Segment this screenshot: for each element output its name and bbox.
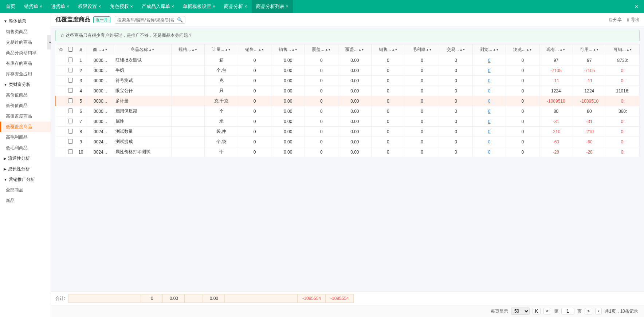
row-browse-a[interactable]: 0 xyxy=(472,86,506,96)
total-cells: 0 0.00 0.00 -1095554 -1095554 xyxy=(68,294,353,303)
close-button[interactable]: × xyxy=(632,2,641,11)
nav-permissions[interactable]: 权限设置 × xyxy=(74,0,105,13)
row-browse-a[interactable]: 0 xyxy=(472,55,506,66)
nav-analysis[interactable]: 商品分析 × xyxy=(220,0,251,13)
row-sales-c: 0 xyxy=(372,76,405,86)
row-browse-a[interactable]: 0 xyxy=(472,76,506,86)
first-page-button[interactable]: K xyxy=(533,308,541,314)
nav-product-inbound[interactable]: 产成品入库单 × xyxy=(137,0,178,13)
sidebar-item-high-margin[interactable]: 高毛利商品 xyxy=(0,132,51,143)
row-select-checkbox[interactable] xyxy=(68,108,73,113)
row-browse-a[interactable]: 0 xyxy=(472,116,506,127)
col-browse-a-header[interactable]: 浏览...▲▼ xyxy=(472,44,506,55)
col-settings[interactable]: ⚙ xyxy=(56,44,66,55)
sidebar-collapse-button[interactable]: « xyxy=(47,35,51,49)
sidebar-item-low-coverage[interactable]: 低覆盖度商品 xyxy=(0,122,51,132)
sidebar-item-category-rate[interactable]: 商品分类动销率 xyxy=(0,48,51,58)
row-sellable: 0: xyxy=(606,66,640,76)
sidebar-section-wealth[interactable]: ▼ 类财富分析 xyxy=(0,79,51,90)
sidebar-section-liquidity[interactable]: ▶ 流通性分析 xyxy=(0,153,51,164)
row-num: 5 xyxy=(75,96,87,106)
row-select-checkbox[interactable] xyxy=(68,119,73,123)
nav-role[interactable]: 角色授权 × xyxy=(106,0,137,13)
row-select-checkbox[interactable] xyxy=(68,149,73,154)
row-checkbox[interactable] xyxy=(66,55,75,66)
last-page-button[interactable]: › xyxy=(595,308,602,314)
share-button[interactable]: ⎘ 分享 xyxy=(609,17,622,23)
sidebar-section-marketing[interactable]: ▼ 营销推广分析 xyxy=(0,174,51,185)
col-sellable-header[interactable]: 可销...▲▼ xyxy=(606,44,640,55)
section-label-wealth: 类财富分析 xyxy=(9,82,31,88)
sidebar-section-overall[interactable]: ▼ 整体信息 xyxy=(0,16,51,27)
col-code-header[interactable]: 商...▲▼ xyxy=(87,44,114,55)
sidebar-item-high-coverage[interactable]: 高覆盖度商品 xyxy=(0,111,51,122)
row-browse-a[interactable]: 0 xyxy=(472,137,506,147)
row-checkbox[interactable] xyxy=(66,116,75,127)
col-browse-b-header[interactable]: 浏览...▲▼ xyxy=(506,44,539,55)
sidebar-item-stocked-goods[interactable]: 有库存的商品 xyxy=(0,58,51,69)
col-trade-header[interactable]: 交易...▲▼ xyxy=(439,44,473,55)
row-browse-a[interactable]: 0 xyxy=(472,66,506,76)
row-select-checkbox[interactable] xyxy=(68,78,73,83)
search-icon[interactable]: 🔍 xyxy=(177,17,183,23)
sidebar-section-growth[interactable]: ▶ 成长性分析 xyxy=(0,164,51,174)
nav-sales[interactable]: 销货单 × xyxy=(20,0,47,13)
row-select-checkbox[interactable] xyxy=(68,129,73,134)
page-size-select[interactable]: 50 100 200 xyxy=(511,308,530,315)
row-checkbox[interactable] xyxy=(66,137,75,147)
row-checkbox[interactable] xyxy=(66,66,75,76)
col-sales-c-header[interactable]: 销售...▲▼ xyxy=(372,44,405,55)
row-checkbox[interactable] xyxy=(66,106,75,116)
sidebar-item-sales-goods[interactable]: 销售类商品 xyxy=(0,27,51,37)
row-num: 3 xyxy=(75,76,87,86)
col-cover-b-header[interactable]: 覆盖...▲▼ xyxy=(338,44,372,55)
row-browse-a[interactable]: 0 xyxy=(472,147,506,157)
col-unit-header[interactable]: 计量...▲▼ xyxy=(205,44,238,55)
row-select-checkbox[interactable] xyxy=(68,88,73,93)
row-browse-a[interactable]: 0 xyxy=(472,127,506,137)
col-name-header[interactable]: 商品名称▲▼ xyxy=(114,44,171,55)
col-spec-header[interactable]: 规格...▲▼ xyxy=(171,44,205,55)
col-sales-amt-header[interactable]: 销售...▲▼ xyxy=(271,44,305,55)
prev-page-button[interactable]: < xyxy=(543,308,551,314)
row-sales-amt: 0.00 xyxy=(271,66,305,76)
col-sales-qty-header[interactable]: 销售...▲▼ xyxy=(238,44,271,55)
sidebar-item-new-goods[interactable]: 新品 xyxy=(0,195,51,206)
row-browse-a[interactable]: 0 xyxy=(472,106,506,116)
sidebar-item-low-value[interactable]: 低价值商品 xyxy=(0,100,51,111)
page-number-input[interactable] xyxy=(561,308,574,314)
row-sellable: 0: xyxy=(606,137,640,147)
sidebar-item-low-margin[interactable]: 低毛利商品 xyxy=(0,143,51,153)
col-checkbox-all[interactable] xyxy=(66,44,75,55)
sidebar-item-traded-goods[interactable]: 交易过的商品 xyxy=(0,37,51,48)
col-current-header[interactable]: 现有...▲▼ xyxy=(539,44,573,55)
row-sellable: 0: xyxy=(606,76,640,86)
row-checkbox[interactable] xyxy=(66,86,75,96)
select-all-checkbox[interactable] xyxy=(68,47,73,52)
col-available-header[interactable]: 可用...▲▼ xyxy=(573,44,606,55)
sidebar-item-stock-capital[interactable]: 库存资金占用 xyxy=(0,69,51,79)
nav-purchase[interactable]: 进货单 × xyxy=(47,0,74,13)
row-current: -60 xyxy=(539,137,573,147)
row-select-checkbox[interactable] xyxy=(68,58,73,62)
col-gross-rate-header[interactable]: 毛利率▲▼ xyxy=(405,44,439,55)
sidebar-item-all-goods[interactable]: 全部商品 xyxy=(0,185,51,195)
row-checkbox[interactable] xyxy=(66,96,75,106)
col-cover-a-header[interactable]: 覆盖...▲▼ xyxy=(305,44,338,55)
recent-tag[interactable]: 近一月 xyxy=(93,16,110,23)
nav-home[interactable]: 首页 xyxy=(1,0,20,13)
row-select-checkbox[interactable] xyxy=(68,139,73,144)
sidebar-item-high-value[interactable]: 高价值商品 xyxy=(0,90,51,100)
row-select-checkbox[interactable] xyxy=(68,68,73,72)
search-input[interactable] xyxy=(117,17,176,23)
row-checkbox[interactable] xyxy=(66,147,75,157)
export-button[interactable]: ⬆ 导出 xyxy=(626,17,640,23)
row-select-checkbox[interactable] xyxy=(68,98,73,103)
nav-template[interactable]: 单据模板设置 × xyxy=(178,0,220,13)
row-browse-a[interactable]: 0 xyxy=(472,96,506,106)
row-code: 0000... xyxy=(87,106,114,116)
nav-analysis-list[interactable]: 商品分析列表 × xyxy=(252,0,293,13)
row-checkbox[interactable] xyxy=(66,127,75,137)
row-checkbox[interactable] xyxy=(66,76,75,86)
next-page-button[interactable]: > xyxy=(585,308,592,314)
